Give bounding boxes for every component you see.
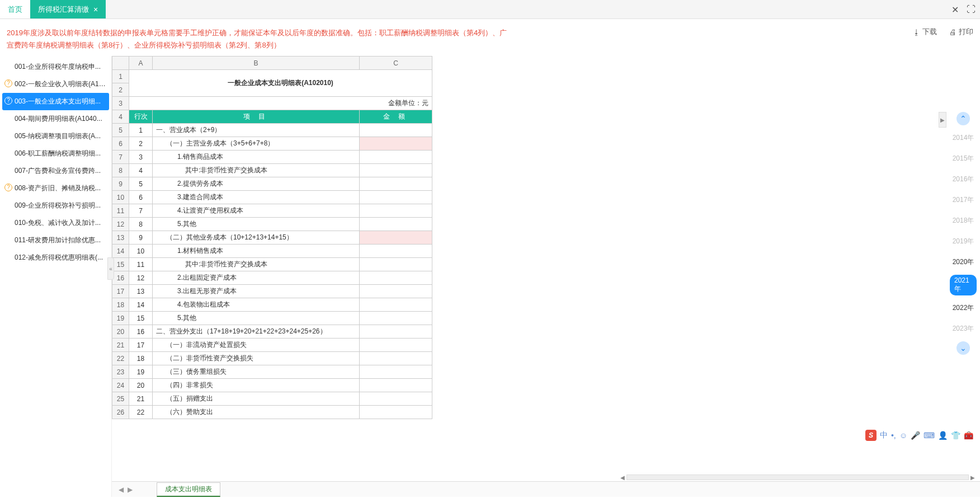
fullscreen-icon[interactable]: ⛶ [967,4,976,15]
amount-cell[interactable] [360,151,432,164]
amount-cell[interactable] [360,312,432,325]
ime-toolbox-icon[interactable]: 🧰 [964,431,973,440]
help-icon: ? [4,79,12,87]
table-row: 1511其中:非货币性资产交换成本 [112,258,432,271]
item-label: 2.提供劳务成本 [153,177,360,191]
sidebar-item-0[interactable]: 001-企业所得税年度纳税申... [0,58,111,76]
year-option[interactable]: 2017年 [953,192,974,208]
amount-cell[interactable] [360,285,432,298]
sheet-scroll[interactable]: ABC1一般企业成本支出明细表(A102010)23金额单位：元4行次项 目金 … [112,56,980,481]
ime-lang-toggle[interactable]: 中 [880,430,888,440]
item-label: （三）债务重组损失 [153,365,360,379]
close-icon[interactable]: × [93,5,98,14]
sheet-tabs-bar: ◀ ▶ 成本支出明细表 [112,481,980,497]
close-window-icon[interactable]: ✕ [951,4,959,15]
ime-keyboard-icon[interactable]: ⌨ [924,431,935,440]
table-row: 2016二、营业外支出（17+18+19+20+21+22+23+24+25+2… [112,325,432,339]
ime-logo-icon[interactable]: S [865,430,877,441]
item-label: （六）赞助支出 [153,406,360,419]
table-row: 62（一）主营业务成本（3+5+6+7+8） [112,137,432,151]
item-label: 其中:非货币性资产交换成本 [153,164,360,177]
amount-cell[interactable] [360,298,432,312]
sidebar-item-2[interactable]: ?003-一般企业成本支出明细... [2,93,109,110]
table-row: 1063.建造合同成本 [112,191,432,204]
amount-cell[interactable] [360,365,432,379]
scroll-track[interactable] [626,474,969,480]
amount-cell[interactable] [360,137,432,151]
tab-active[interactable]: 所得税汇算清缴 × [30,0,106,18]
sidebar-item-7[interactable]: ?008-资产折旧、摊销及纳税... [0,180,111,197]
table-row: 16122.出租固定资产成本 [112,271,432,285]
tab-home[interactable]: 首页 [0,0,30,18]
year-option[interactable]: 2019年 [953,233,974,250]
sidebar-item-3[interactable]: 004-期间费用明细表(A1040... [0,110,111,128]
amount-cell[interactable] [360,352,432,365]
scroll-left-icon[interactable]: ◀ [619,474,626,481]
item-label: （二）非货币性资产交换损失 [153,352,360,365]
amount-cell[interactable] [360,271,432,285]
amount-cell[interactable] [360,379,432,392]
sidebar-item-label: 001-企业所得税年度纳税申... [15,63,101,71]
year-option[interactable]: 2016年 [953,171,974,187]
sidebar-item-label: 010-免税、减计收入及加计... [15,219,101,227]
item-label: 4.让渡资产使用权成本 [153,204,360,218]
sidebar-item-11[interactable]: 012-减免所得税优惠明细表(... [0,249,111,266]
sidebar-item-10[interactable]: 011-研发费用加计扣除优惠... [0,232,111,249]
sheet-tab[interactable]: 成本支出明细表 [157,482,220,497]
year-option[interactable]: 2014年 [953,130,974,146]
sidebar-item-label: 002-一般企业收入明细表(A10... [15,80,108,88]
year-option[interactable]: 2018年 [953,213,974,229]
table-row: 14101.材料销售成本 [112,245,432,258]
tabs-bar: 首页 所得税汇算清缴 × ✕ ⛶ [0,0,980,19]
year-option[interactable]: 2015年 [953,151,974,167]
horizontal-scrollbar[interactable]: ◀ ▶ [619,473,977,481]
year-option[interactable]: 2021年 [950,275,977,295]
amount-cell[interactable] [360,392,432,406]
year-option[interactable]: 2020年 [953,254,974,270]
sidebar-item-4[interactable]: 005-纳税调整项目明细表(A... [0,128,111,145]
amount-cell[interactable] [360,191,432,204]
ime-punct-icon[interactable]: •, [891,431,896,440]
amount-cell[interactable] [360,164,432,177]
year-down-icon[interactable]: ⌄ [957,341,970,355]
amount-cell[interactable] [360,231,432,245]
amount-cell[interactable] [360,218,432,231]
sidebar-collapse-handle[interactable]: « [107,257,114,280]
tab-active-label: 所得税汇算清缴 [38,4,89,15]
amount-cell[interactable] [360,124,432,137]
ime-voice-icon[interactable]: 🎤 [911,431,920,440]
sidebar-item-1[interactable]: ?002-一般企业收入明细表(A10... [0,76,111,93]
sidebar-item-8[interactable]: 009-企业所得税弥补亏损明... [0,197,111,214]
amount-cell[interactable] [360,245,432,258]
print-button[interactable]: 🖨 打印 [949,27,973,37]
ime-user-icon[interactable]: 👤 [938,431,948,440]
sidebar-item-9[interactable]: 010-免税、减计收入及加计... [0,214,111,232]
amount-cell[interactable] [360,204,432,218]
amount-cell[interactable] [360,177,432,191]
sheet-nav-next-icon[interactable]: ▶ [125,486,134,494]
year-option[interactable]: 2023年 [953,321,974,337]
download-button[interactable]: ⭳ 下载 [913,27,937,37]
sidebar-item-label: 012-减免所得税优惠明细表(... [15,253,103,261]
amount-cell[interactable] [360,406,432,419]
amount-cell[interactable] [360,325,432,339]
expand-panel-icon[interactable]: ▶ [939,112,946,128]
table-row: 2521（五）捐赠支出 [112,392,432,406]
table-row: 84其中:非货币性资产交换成本 [112,164,432,177]
ime-emoji-icon[interactable]: ☺ [899,431,907,440]
sidebar-item-5[interactable]: 006-职工薪酬纳税调整明细... [0,145,111,162]
notice-text: 2019年度涉及取以前年度结转数据的申报表单元格需要手工维护正确，才能保证本年及… [7,27,510,51]
sheet-nav-prev-icon[interactable]: ◀ [116,486,125,494]
ime-skin-icon[interactable]: 👕 [951,431,960,440]
sidebar-item-6[interactable]: 007-广告费和业务宣传费跨... [0,162,111,180]
year-option[interactable]: 2022年 [953,300,974,316]
amount-cell[interactable] [360,339,432,352]
scroll-right-icon[interactable]: ▶ [969,474,977,481]
year-up-icon[interactable]: ⌃ [957,112,970,125]
table-row: 17133.出租无形资产成本 [112,285,432,298]
item-label: 一、营业成本（2+9） [153,124,360,137]
sidebar-item-label: 005-纳税调整项目明细表(A... [15,132,101,140]
amount-cell[interactable] [360,258,432,271]
year-rail: ⌃2014年2015年2016年2017年2018年2019年2020年2021… [950,112,977,355]
item-label: 3.建造合同成本 [153,191,360,204]
